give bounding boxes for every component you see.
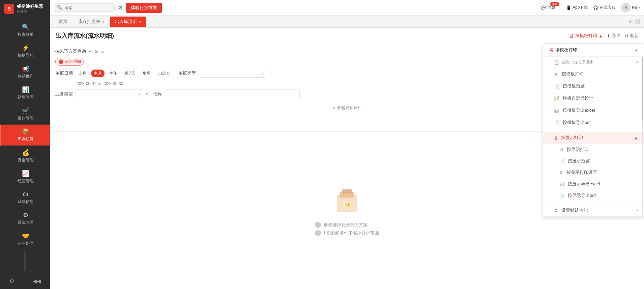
tab-home-label: 首页 bbox=[59, 19, 67, 25]
dropdown-item-display-preview[interactable]: 📄 按显示预览 bbox=[543, 155, 644, 167]
avatar: R bbox=[621, 3, 631, 12]
filter-tag-icon: 🔴 bbox=[58, 59, 63, 64]
dropdown-collapse-icon[interactable]: ▲ bbox=[634, 48, 638, 52]
sidebar-item-finance[interactable]: 💰 资金管理 bbox=[0, 146, 50, 166]
sidebar-item-label: 营销推广 bbox=[18, 74, 34, 79]
display-preview-icon: 📄 bbox=[559, 159, 564, 163]
online-service-label: 在线客服 bbox=[599, 5, 616, 10]
display-excel-icon: 📊 bbox=[559, 182, 564, 186]
warehouse-more-icon[interactable]: ··· bbox=[302, 91, 306, 96]
sidebar-item-search[interactable]: 🔍 搜索菜单 bbox=[0, 20, 50, 41]
date-opt-current-year[interactable]: 本年 bbox=[107, 70, 120, 77]
tab-close-button[interactable]: ✕ bbox=[628, 19, 632, 24]
sidebar-collapse-button[interactable]: ◀◀ bbox=[31, 277, 42, 286]
tab-batch-account[interactable]: 库存批次账 × bbox=[74, 17, 109, 27]
messages-button[interactable]: 💬 消息 99+ bbox=[541, 5, 555, 10]
sidebar-item-system[interactable]: ⚙ 系统管理 bbox=[0, 208, 50, 229]
date-field: 单据日期 上月 本月 本年 近7天 更多 自定义 bbox=[55, 70, 173, 77]
finance-icon: 💰 bbox=[22, 149, 29, 156]
dropdown-item-display-settings[interactable]: ⚙ 按显示打印设置 bbox=[543, 167, 644, 178]
sidebar-item-enterprise[interactable]: 🤝 企业协同 bbox=[0, 229, 50, 250]
display-print-section-header[interactable]: 🖨 按显示打印 ▲ bbox=[543, 132, 644, 144]
search-input[interactable] bbox=[64, 5, 112, 10]
sidebar-item-operations[interactable]: 📈 经营管理 bbox=[0, 166, 50, 187]
date-opt-7days[interactable]: 近7天 bbox=[122, 70, 138, 77]
dropdown-scrollbar[interactable] bbox=[642, 57, 643, 216]
set-default-label: 设置默认功能 bbox=[561, 207, 588, 213]
date-opt-more[interactable]: 更多 bbox=[140, 70, 153, 77]
sidebar-settings-button[interactable]: ⚙ bbox=[8, 277, 16, 286]
chevron-up-icon: ▲ bbox=[598, 33, 603, 38]
sidebar-item-marketing[interactable]: 📢 营销推广 bbox=[0, 62, 50, 83]
dropdown-header: 🖨 按模板打印 ▲ bbox=[543, 44, 644, 57]
sidebar-item-quick-nav[interactable]: ⚡ 快捷导航 bbox=[0, 41, 50, 62]
date-opt-custom[interactable]: 自定义 bbox=[155, 70, 173, 77]
dropdown-item-display-pdf[interactable]: 📄 按显示导出pdf bbox=[543, 190, 644, 201]
sidebar-item-basic[interactable]: 🗂 基础信息 bbox=[0, 187, 50, 208]
empty-step-2: 2 用[过滤]条件来缩小分析范围 bbox=[315, 230, 379, 236]
tab-flow-close[interactable]: × bbox=[139, 20, 141, 24]
export-button[interactable]: ⬆ 导出 bbox=[607, 33, 621, 39]
bill-type-more-icon[interactable]: ··· bbox=[269, 71, 272, 76]
dropdown-item-template-pdf[interactable]: 📄 按模板导出pdf bbox=[543, 116, 644, 129]
display-section-arrow: ▲ bbox=[634, 135, 638, 140]
warehouse-input[interactable] bbox=[165, 89, 300, 98]
sidebar-nav: 🔍 搜索菜单 ⚡ 快捷导航 📢 营销推广 📊 销售管理 🛒 采购管理 📦 库存核… bbox=[0, 18, 50, 250]
print-template-label: 按模板打印 bbox=[575, 33, 597, 39]
print-template-icon: 🖨 bbox=[554, 72, 558, 77]
filter-tag-label: 流水明细 bbox=[65, 59, 81, 64]
page-actions: 🖨 按模板打印 ▲ ⬆ 导出 ↺ 刷新 bbox=[569, 33, 639, 39]
dropdown-item-template-excel[interactable]: 📊 按模板导出excel bbox=[543, 104, 644, 116]
topbar-gear-icon[interactable]: ⚙ bbox=[118, 4, 123, 11]
business-type-more-icon[interactable]: ▾ bbox=[146, 91, 148, 97]
sidebar-item-label: 基础信息 bbox=[18, 199, 34, 205]
dropdown-item-display-print[interactable]: 🖨 按显示打印 bbox=[543, 144, 644, 155]
user-profile[interactable]: R Rit ▾ bbox=[621, 3, 640, 12]
export-label: 导出 bbox=[612, 33, 621, 39]
date-range-value: 2023-06-01 至 2023-06-30 bbox=[76, 81, 123, 87]
dropdown-item-display-excel[interactable]: 📊 按显示导出excel bbox=[543, 178, 644, 190]
sidebar-item-purchase[interactable]: 🛒 采购管理 bbox=[0, 104, 50, 125]
display-print-icon: 🖨 bbox=[559, 147, 563, 152]
date-opt-current-month[interactable]: 本月 bbox=[91, 70, 105, 77]
filter-add-button[interactable]: + bbox=[89, 49, 91, 54]
current-badge-arrow: ▾ bbox=[636, 60, 638, 64]
tabs-window-controls: ✕ ⬜ bbox=[628, 19, 640, 24]
empty-step-1: 1 请先选择要分析的方案 bbox=[315, 222, 379, 228]
business-type-select-wrap bbox=[76, 89, 143, 98]
date-options: 上月 本月 本年 近7天 更多 自定义 bbox=[76, 70, 173, 77]
page-header: 出入库流水(流水明细) 🖨 按模板打印 ▲ ⬆ 导出 ↺ 刷新 bbox=[50, 28, 644, 44]
tab-batch-account-close[interactable]: × bbox=[102, 20, 104, 24]
refresh-button[interactable]: ↺ 刷新 bbox=[625, 33, 639, 39]
filter-type-tag[interactable]: 🔴 流水明细 bbox=[55, 58, 84, 65]
sidebar-item-sales[interactable]: 📊 销售管理 bbox=[0, 83, 50, 104]
tab-maximize-button[interactable]: ⬜ bbox=[634, 19, 640, 24]
date-opt-last-month[interactable]: 上月 bbox=[76, 70, 89, 77]
dropdown-item-template-preview[interactable]: 📄 按模板预览 bbox=[543, 80, 644, 92]
app-download-button[interactable]: 📱 App下载 bbox=[566, 5, 588, 10]
topbar-search-box[interactable]: 🔍 bbox=[54, 3, 115, 12]
content-area: 出入库流水(流水明细) 🖨 按模板打印 ▲ ⬆ 导出 ↺ 刷新 bbox=[50, 28, 644, 289]
tab-home[interactable]: 首页 bbox=[54, 17, 72, 27]
dropdown-item-print-template[interactable]: 🖨 按模板打印 bbox=[543, 68, 644, 80]
online-service-button[interactable]: 🎧 在线客服 bbox=[593, 5, 616, 10]
business-type-select[interactable] bbox=[76, 89, 143, 98]
dropdown-item-template-custom[interactable]: 📝 模板自定义设计 bbox=[543, 92, 644, 104]
display-print-section-title: 按显示打印 bbox=[561, 135, 583, 141]
search-icon: 🔍 bbox=[57, 5, 62, 10]
bill-type-select[interactable] bbox=[199, 69, 266, 78]
main-area: 🔍 ⚙ 体验行业方案 💬 消息 99+ 📱 App下载 🎧 在线客服 R bbox=[50, 0, 644, 289]
solution-button[interactable]: 体验行业方案 bbox=[126, 3, 162, 13]
quick-nav-icon: ⚡ bbox=[22, 44, 29, 52]
svg-rect-2 bbox=[342, 189, 352, 193]
sidebar-item-label: 采购管理 bbox=[18, 115, 34, 121]
sidebar-item-inventory[interactable]: 📦 库存核算 bbox=[0, 125, 50, 146]
enterprise-icon: 🤝 bbox=[22, 232, 29, 240]
print-template-button[interactable]: 🖨 按模板打印 ▲ bbox=[569, 33, 603, 39]
step-1-text: 请先选择要分析的方案 bbox=[324, 222, 368, 228]
filter-settings-button[interactable]: ⚙ bbox=[94, 49, 98, 54]
filter-collapse-button[interactable]: « bbox=[101, 49, 104, 54]
avatar-initials: R bbox=[625, 6, 627, 9]
dropdown-item-set-default[interactable]: ⚙ 设置默认功能 ▾ bbox=[543, 204, 644, 216]
tab-flow[interactable]: 出入库流水 × bbox=[110, 17, 146, 27]
